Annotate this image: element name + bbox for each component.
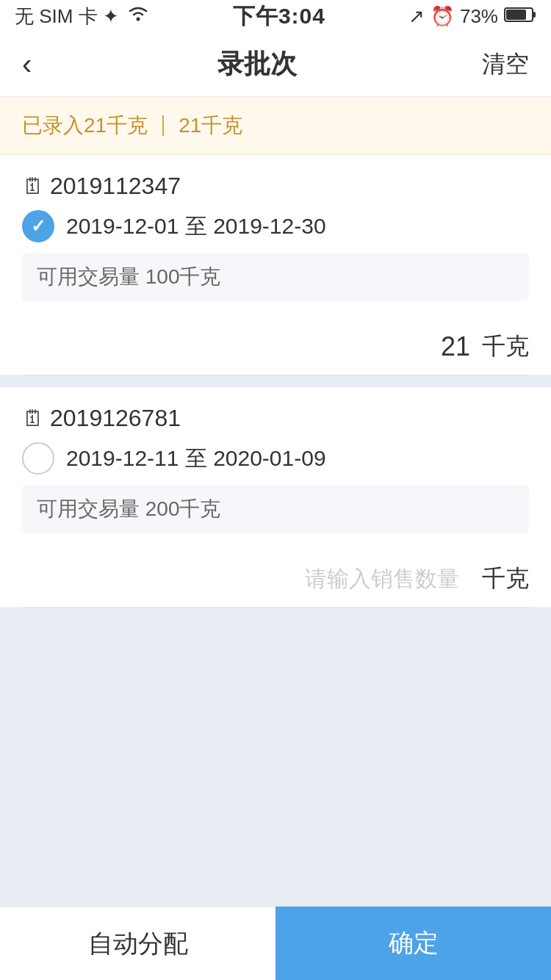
svg-point-0 xyxy=(136,17,140,21)
info-amount: 21千克 xyxy=(179,112,242,140)
bottom-area xyxy=(0,608,551,916)
status-right: ↗ ⏰ 73% xyxy=(408,5,536,28)
radio-btn-1[interactable] xyxy=(22,210,54,242)
batch-id-row-1: 🗓 2019112347 xyxy=(22,173,529,200)
content: 🗓 2019112347 2019-12-01 至 2019-12-30 可用交… xyxy=(0,155,551,980)
batch-available-2: 可用交易量 200千克 xyxy=(22,485,529,533)
status-left: 无 SIM 卡 ✦ xyxy=(15,4,150,29)
quantity-value-1: 21 xyxy=(441,331,470,362)
auto-distribute-button[interactable]: 自动分配 xyxy=(0,907,276,980)
info-divider xyxy=(162,115,164,136)
batch-id-1: 2019112347 xyxy=(50,173,181,200)
input-row-2: 千克 xyxy=(0,548,551,607)
batch-date-2: 2019-12-11 至 2020-01-09 xyxy=(66,444,326,474)
alarm-icon: ⏰ xyxy=(431,5,454,28)
status-time: 下午3:04 xyxy=(233,1,325,32)
nav-bar: ‹ 录批次 清空 xyxy=(0,32,551,97)
recorded-label: 已录入21千克 xyxy=(22,112,148,140)
batch-icon-2: 🗓 xyxy=(22,406,44,431)
page-title: 录批次 xyxy=(217,46,297,82)
location-icon: ↗ xyxy=(408,5,425,28)
batch-available-1: 可用交易量 100千克 xyxy=(22,253,529,301)
quantity-unit-1: 千克 xyxy=(482,331,529,363)
battery-icon xyxy=(504,5,536,28)
batch-icon-1: 🗓 xyxy=(22,174,44,199)
quantity-row-1: 21 千克 xyxy=(0,316,551,375)
svg-rect-2 xyxy=(533,12,536,18)
quantity-input-2[interactable] xyxy=(250,566,470,591)
batch-date-row-1[interactable]: 2019-12-01 至 2019-12-30 xyxy=(22,210,529,242)
batch-id-2: 2019126781 xyxy=(50,405,181,432)
footer: 自动分配 确定 xyxy=(0,907,551,980)
batch-date-1: 2019-12-01 至 2019-12-30 xyxy=(66,212,326,242)
batch-item-2: 🗓 2019126781 2019-12-11 至 2020-01-09 可用交… xyxy=(0,387,551,548)
section-separator xyxy=(0,375,551,387)
batch-date-row-2[interactable]: 2019-12-11 至 2020-01-09 xyxy=(22,442,529,475)
wifi-icon xyxy=(126,5,150,28)
radio-btn-2[interactable] xyxy=(22,442,54,475)
batch-id-row-2: 🗓 2019126781 xyxy=(22,405,529,432)
back-button[interactable]: ‹ xyxy=(22,48,32,81)
input-unit-2: 千克 xyxy=(482,563,529,595)
status-bar: 无 SIM 卡 ✦ 下午3:04 ↗ ⏰ 73% xyxy=(0,0,551,32)
confirm-button[interactable]: 确定 xyxy=(276,907,551,980)
battery-percent: 73% xyxy=(460,5,498,28)
info-banner: 已录入21千克 21千克 xyxy=(0,97,551,155)
clear-button[interactable]: 清空 xyxy=(482,48,529,81)
sim-status: 无 SIM 卡 ✦ xyxy=(15,4,119,29)
batch-item-1: 🗓 2019112347 2019-12-01 至 2019-12-30 可用交… xyxy=(0,155,551,316)
svg-rect-3 xyxy=(506,10,526,20)
